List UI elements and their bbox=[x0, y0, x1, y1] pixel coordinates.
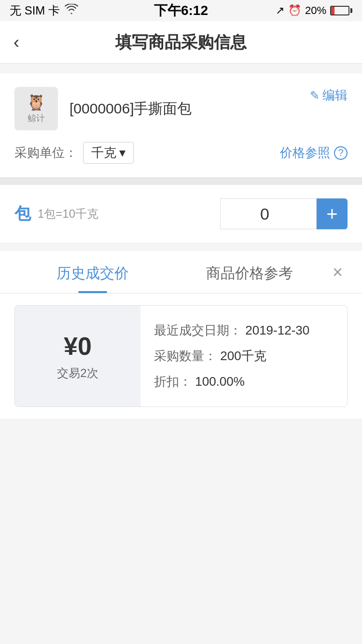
status-time: 下午6:12 bbox=[154, 1, 208, 20]
carrier-text: 无 SIM 卡 bbox=[10, 3, 60, 18]
quantity-label: 包 1包=10千克 bbox=[14, 203, 98, 225]
nav-bar: ‹ 填写商品采购信息 bbox=[0, 21, 362, 64]
page-title: 填写商品采购信息 bbox=[115, 31, 247, 54]
quantity-plus-button[interactable]: + bbox=[317, 198, 348, 229]
tab-panel: 历史成交价 商品价格参考 × ¥0 交易2次 最近成交日期： 2019-12-3… bbox=[0, 251, 362, 419]
product-name: [0000006]手撕面包 bbox=[70, 99, 192, 119]
battery-percent: 20% bbox=[305, 4, 326, 17]
discount-row: 折扣： 100.00% bbox=[154, 372, 334, 391]
product-left: 🦉 鲸计 [0000006]手撕面包 bbox=[14, 87, 192, 130]
history-container: ¥0 交易2次 最近成交日期： 2019-12-30 采购数量： 200千克 折… bbox=[0, 294, 362, 419]
product-card: 🦉 鲸计 [0000006]手撕面包 ✎ 编辑 采购单位： 千克 ▾ 价格参照 … bbox=[0, 73, 362, 177]
status-left: 无 SIM 卡 bbox=[10, 3, 78, 18]
tab-product-price[interactable]: 商品价格参考 bbox=[171, 251, 327, 293]
wifi-icon bbox=[65, 4, 78, 17]
alarm-icon: ⏰ bbox=[288, 4, 301, 17]
tab-close-button[interactable]: × bbox=[328, 252, 348, 292]
edit-icon: ✎ bbox=[310, 89, 320, 102]
trade-count: 交易2次 bbox=[57, 365, 98, 381]
unit-row: 采购单位： 千克 ▾ bbox=[14, 142, 134, 164]
main-content bbox=[0, 419, 362, 644]
status-right: ↗ ⏰ 20% bbox=[276, 4, 352, 17]
history-right: 最近成交日期： 2019-12-30 采购数量： 200千克 折扣： 100.0… bbox=[140, 306, 347, 406]
bag-icon: 包 bbox=[14, 203, 31, 225]
history-card: ¥0 交易2次 最近成交日期： 2019-12-30 采购数量： 200千克 折… bbox=[14, 305, 348, 407]
quantity-row: 包 1包=10千克 + bbox=[0, 185, 362, 243]
history-price: ¥0 bbox=[64, 332, 92, 361]
product-top: 🦉 鲸计 [0000006]手撕面包 ✎ 编辑 bbox=[14, 87, 348, 130]
unit-label: 采购单位： bbox=[14, 144, 77, 161]
recent-date-row: 最近成交日期： 2019-12-30 bbox=[154, 321, 334, 340]
quantity-detail-row: 采购数量： 200千克 bbox=[154, 347, 334, 365]
quantity-input-row: + bbox=[220, 198, 348, 229]
location-icon: ↗ bbox=[276, 4, 284, 17]
help-icon: ? bbox=[334, 146, 348, 160]
product-logo-icon: 🦉 bbox=[27, 93, 46, 112]
quantity-input[interactable] bbox=[220, 198, 317, 229]
tab-underline bbox=[78, 291, 107, 293]
bag-unit-conversion: 1包=10千克 bbox=[38, 206, 98, 222]
history-left: ¥0 交易2次 bbox=[15, 306, 140, 406]
product-image: 🦉 鲸计 bbox=[14, 87, 58, 130]
dropdown-icon: ▾ bbox=[119, 145, 125, 160]
tab-history-price[interactable]: 历史成交价 bbox=[14, 251, 171, 293]
unit-select[interactable]: 千克 ▾ bbox=[83, 142, 134, 164]
tab-bar: 历史成交价 商品价格参考 × bbox=[0, 251, 362, 294]
product-bottom: 采购单位： 千克 ▾ 价格参照 ? bbox=[14, 142, 348, 164]
battery-icon bbox=[330, 6, 352, 15]
product-logo-text: 鲸计 bbox=[28, 112, 45, 124]
price-ref-button[interactable]: 价格参照 ? bbox=[280, 144, 348, 161]
section-divider bbox=[0, 177, 362, 185]
back-button[interactable]: ‹ bbox=[14, 32, 19, 53]
edit-button[interactable]: ✎ 编辑 bbox=[310, 87, 348, 104]
status-bar: 无 SIM 卡 下午6:12 ↗ ⏰ 20% bbox=[0, 0, 362, 21]
